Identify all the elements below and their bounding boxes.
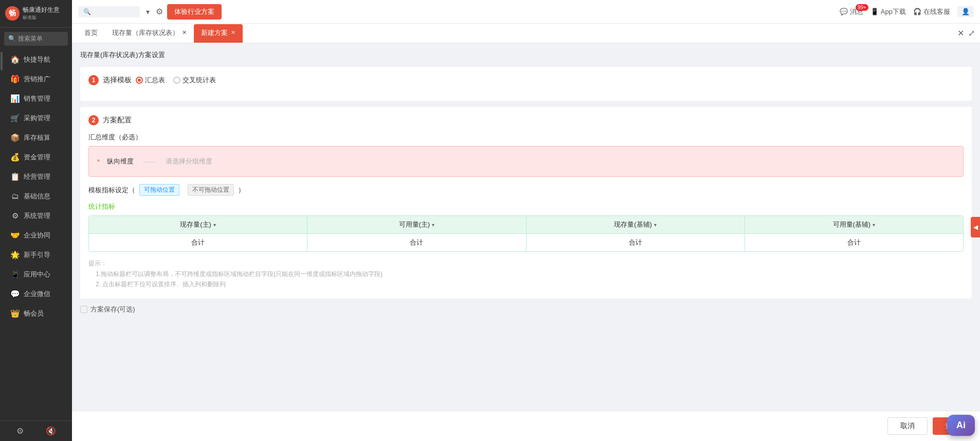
handshake-icon: 🤝	[10, 231, 20, 240]
step2-badge: 2	[88, 115, 99, 125]
main-area: 🔍 ▾ ⚙ 体验行业方案 💬 消息 99+ 📱 App下载 🎧 在线客服 👤	[72, 0, 980, 441]
customer-service-section[interactable]: 🎧 在线客服	[913, 7, 950, 16]
page-content: 现存量(库存状况表)方案设置 1 选择模板 汇总表 交叉统计表	[72, 43, 980, 411]
dimension-placeholder[interactable]: 请选择分组维度	[166, 157, 212, 166]
sidebar-item-label: 系统管理	[24, 211, 50, 220]
tab-new-scheme-close[interactable]: ✕	[231, 29, 235, 36]
sidebar-item-purchase[interactable]: 🛒 采购管理	[3, 108, 72, 128]
step2-header: 2 方案配置	[88, 115, 964, 125]
tab-new-scheme-label: 新建方案	[201, 28, 228, 38]
radio-summary-label: 汇总表	[145, 76, 165, 85]
sidebar-item-sales[interactable]: 📊 销售管理	[3, 89, 72, 108]
indicator-setting-label: 模板指标设定（	[88, 186, 135, 195]
step2-section: 2 方案配置 汇总维度（必选） * 纵向维度 —— 请选择分组维度 模板指标设定…	[80, 107, 972, 299]
sidebar-item-label: 应用中心	[24, 270, 50, 279]
home-icon: 🏠	[10, 55, 20, 64]
topbar-dropdown-icon[interactable]: ▾	[146, 8, 150, 16]
sidebar-item-cooperation[interactable]: 🤝 企业协同	[3, 226, 72, 245]
user-avatar: 👤	[961, 8, 970, 15]
sidebar-item-label: 资金管理	[24, 153, 50, 162]
sidebar-bottom: ⚙ 🔇	[0, 420, 72, 441]
sidebar-item-newbie[interactable]: 🌟 新手引导	[3, 245, 72, 265]
stats-col-label-3: 可用量(基辅)	[833, 220, 871, 229]
cart-icon: 🛒	[10, 114, 20, 123]
tab-home[interactable]: 首页	[77, 24, 105, 43]
app-edition: 标准版	[23, 14, 60, 21]
stats-col-label-0: 现存量(主)	[180, 220, 211, 229]
step1-section: 1 选择模板 汇总表 交叉统计表	[80, 67, 972, 101]
stats-table: 现存量(主) ▾ 可用量(主) ▾ 现存量(基辅) ▾ 可用量(基辅) ▾	[88, 215, 964, 252]
sidebar-item-label: 畅会员	[24, 309, 44, 318]
ai-button[interactable]: Ai	[947, 415, 975, 436]
chevron-3-icon: ▾	[873, 222, 875, 228]
topbar-search[interactable]: 🔍	[78, 6, 140, 17]
step2-label: 方案配置	[103, 116, 132, 125]
tab-inventory-close[interactable]: ✕	[182, 29, 187, 36]
sidebar-item-label: 新手引导	[24, 250, 50, 260]
sidebar: 畅 畅康通好生意 标准版 🔍 搜索菜单 🏠 快捷导航 🎁 营销推广 📊 销售管理	[0, 0, 72, 441]
tab-inventory-status[interactable]: 现存量（库存状况表） ✕	[105, 24, 194, 43]
sidebar-item-basic[interactable]: 🗂 基础信息	[3, 187, 72, 206]
step1-badge: 1	[88, 75, 99, 85]
sidebar-item-finance[interactable]: 💰 资金管理	[3, 148, 72, 167]
stats-col-label-2: 现存量(基辅)	[614, 220, 652, 229]
sidebar-item-shortcut[interactable]: 🏠 快捷导航	[3, 50, 72, 69]
expand-window-icon[interactable]: ⤢	[968, 28, 975, 38]
expand-right-icon: ◀	[973, 224, 978, 231]
sidebar-item-member[interactable]: 👑 畅会员	[3, 304, 72, 323]
radio-summary[interactable]: 汇总表	[136, 76, 165, 85]
tab-new-scheme[interactable]: 新建方案 ✕	[194, 24, 243, 43]
step1-label: 选择模板	[103, 76, 132, 85]
page-title: 现存量(库存状况表)方案设置	[80, 50, 972, 60]
tab-inventory-label: 现存量（库存状况表）	[112, 28, 179, 38]
page-footer: 取消 查询	[72, 411, 980, 441]
app-name: 畅康通好生意	[23, 6, 60, 14]
sidebar-item-wechat[interactable]: 💬 企业微信	[3, 284, 72, 304]
stats-header-cell-2[interactable]: 现存量(基辅) ▾	[527, 216, 745, 233]
sidebar-search[interactable]: 🔍 搜索菜单	[4, 32, 68, 46]
non-draggable-tag: 不可拖动位置	[188, 184, 234, 196]
stats-header-cell-3[interactable]: 可用量(基辅) ▾	[745, 216, 963, 233]
mobile-icon: 📱	[10, 270, 20, 279]
topbar-gear-icon[interactable]: ⚙	[156, 7, 163, 16]
stats-body-cell-0-3: 合计	[745, 234, 963, 251]
tab-home-label: 首页	[84, 28, 98, 38]
sidebar-item-system[interactable]: ⚙ 系统管理	[3, 206, 72, 226]
stats-header-cell-1[interactable]: 可用量(主) ▾	[307, 216, 526, 233]
save-option: 方案保存(可选)	[80, 305, 972, 314]
chevron-2-icon: ▾	[654, 222, 657, 228]
close-window-icon[interactable]: ✕	[957, 28, 964, 38]
user-menu[interactable]: 👤	[957, 6, 974, 17]
dimension-box: * 纵向维度 —— 请选择分组维度	[88, 146, 964, 177]
gear-icon: ⚙	[10, 211, 20, 220]
stats-body-cell-0-2: 合计	[527, 234, 745, 251]
dimension-name: 纵向维度	[107, 157, 134, 166]
stats-label: 统计指标	[88, 202, 964, 211]
settings-bottom-icon[interactable]: ⚙	[16, 426, 24, 436]
messages-section[interactable]: 💬 消息 99+	[840, 7, 863, 16]
industry-solution-button[interactable]: 体验行业方案	[167, 4, 222, 20]
sidebar-item-apps[interactable]: 📱 应用中心	[3, 265, 72, 284]
sidebar-item-marketing[interactable]: 🎁 营销推广	[3, 69, 72, 89]
stats-body-row-0: 合计 合计 合计 合计	[89, 233, 963, 251]
tips-item-1: 2. 点击标题栏下拉可设置排序、插入列和删除列	[88, 280, 964, 289]
sidebar-item-inventory[interactable]: 📦 库存核算	[3, 128, 72, 148]
sidebar-search-label: 搜索菜单	[18, 34, 43, 43]
logo-text-block: 畅康通好生意 标准版	[23, 6, 60, 21]
template-radio-group: 汇总表 交叉统计表	[136, 76, 216, 85]
radio-crosstab[interactable]: 交叉统计表	[173, 76, 216, 85]
sound-bottom-icon[interactable]: 🔇	[46, 426, 56, 436]
chat-icon: 💬	[10, 289, 20, 299]
save-checkbox[interactable]	[80, 306, 87, 313]
cancel-button[interactable]: 取消	[887, 417, 928, 435]
expand-right-button[interactable]: ◀	[971, 217, 980, 237]
tips-section: 提示： 1.拖动标题栏可以调整布局，不可跨维度或指标区域拖动栏目字段(只能在同一…	[88, 259, 964, 289]
folder-icon: 🗂	[10, 192, 20, 200]
sidebar-item-operations[interactable]: 📋 经营管理	[3, 167, 72, 187]
customer-service-icon: 🎧	[913, 8, 921, 15]
stats-header-cell-0[interactable]: 现存量(主) ▾	[89, 216, 307, 233]
app-download-section[interactable]: 📱 App下载	[870, 7, 906, 16]
sidebar-item-label: 营销推广	[24, 75, 50, 84]
sidebar-item-label: 企业微信	[24, 289, 50, 299]
crown-icon: 👑	[10, 309, 20, 318]
